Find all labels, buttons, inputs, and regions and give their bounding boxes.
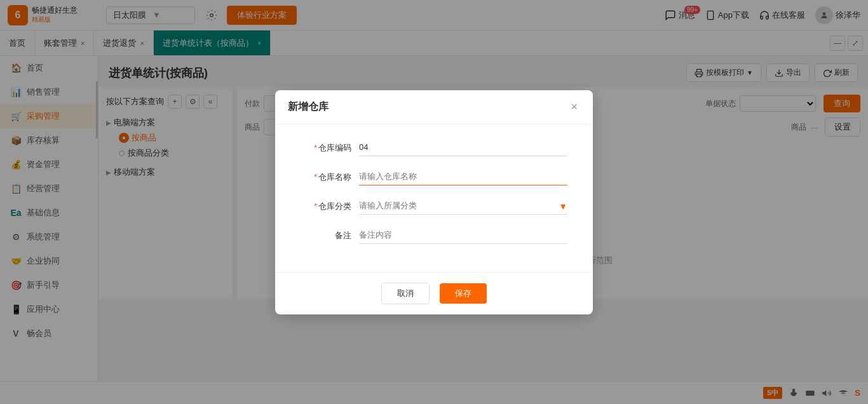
category-input[interactable]: [359, 198, 567, 215]
category-dropdown-icon[interactable]: ▼: [559, 201, 567, 212]
dialog-close-button[interactable]: ×: [568, 101, 580, 112]
new-warehouse-dialog: 新增仓库 × 仓库编码 仓库名称 仓库分类 ▼: [275, 90, 593, 314]
category-label: 仓库分类: [301, 201, 351, 212]
category-input-wrapper: ▼: [359, 198, 567, 215]
form-row-name: 仓库名称: [301, 169, 567, 185]
form-row-code: 仓库编码: [301, 140, 567, 156]
save-button[interactable]: 保存: [440, 283, 487, 304]
modal-overlay: 新增仓库 × 仓库编码 仓库名称 仓库分类 ▼: [0, 0, 868, 404]
dialog-title: 新增仓库: [288, 100, 329, 114]
form-row-category: 仓库分类 ▼: [301, 198, 567, 215]
dialog-header: 新增仓库 ×: [275, 90, 593, 125]
remark-label: 备注: [301, 230, 351, 241]
name-input[interactable]: [359, 169, 567, 185]
dialog-footer: 取消 保存: [275, 272, 593, 314]
form-row-remark: 备注: [301, 227, 567, 244]
code-input[interactable]: [359, 140, 567, 156]
remark-input[interactable]: [359, 227, 567, 244]
code-label: 仓库编码: [301, 142, 351, 154]
cancel-button[interactable]: 取消: [381, 283, 430, 304]
dialog-body: 仓库编码 仓库名称 仓库分类 ▼ 备注: [275, 125, 593, 272]
name-label: 仓库名称: [301, 172, 351, 183]
